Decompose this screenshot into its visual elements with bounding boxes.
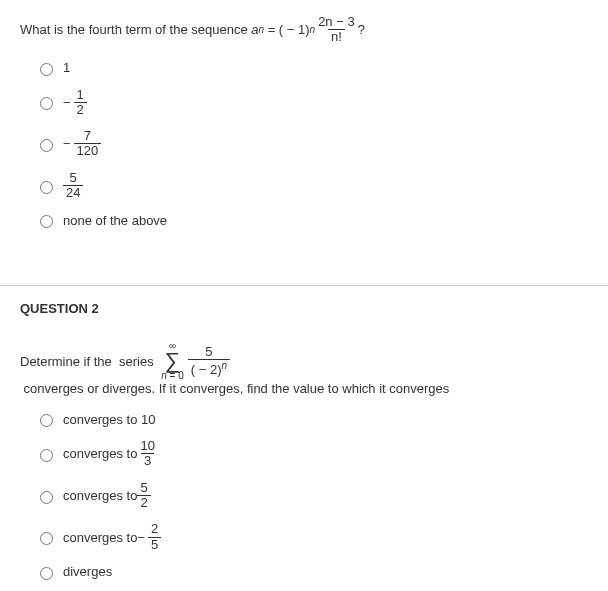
q2-text-post: converges or diverges. If it converges, …	[20, 381, 449, 396]
q2-radio-a[interactable]	[40, 414, 53, 427]
q2-option-a: converges to 10	[35, 411, 588, 427]
q2-fraction: 5 ( − 2)n	[188, 345, 230, 378]
q1-text-pre: What is the fourth term of the sequence	[20, 22, 251, 37]
q1-radio-d[interactable]	[40, 181, 53, 194]
question-1: What is the fourth term of the sequence …	[0, 0, 608, 255]
q2-opt-d-label: converges to − 2 5	[63, 522, 161, 552]
q1-opt-b-label: − 1 2	[63, 88, 87, 118]
q2-radio-d[interactable]	[40, 532, 53, 545]
q2-option-d: converges to − 2 5	[35, 522, 588, 552]
q2-option-e: diverges	[35, 564, 588, 580]
q1-opt-e-label: none of the above	[63, 213, 167, 228]
q1-option-a: 1	[35, 60, 588, 76]
q1-radio-a[interactable]	[40, 63, 53, 76]
q2-text-pre: Determine if the series	[20, 354, 157, 369]
q1-radio-e[interactable]	[40, 215, 53, 228]
q1-opt-a-label: 1	[63, 60, 70, 75]
q2-opt-b-label: converges to 10 3	[63, 439, 158, 469]
q1-option-c: − 7 120	[35, 129, 588, 159]
q2-radio-c[interactable]	[40, 491, 53, 504]
sigma-icon: ∞ ∑ n = 0	[161, 341, 184, 381]
q2-prompt: Determine if the series ∞ ∑ n = 0 5 ( − …	[20, 341, 588, 396]
q2-option-b: converges to 10 3	[35, 439, 588, 469]
q1-radio-b[interactable]	[40, 97, 53, 110]
q2-opt-a-label: converges to 10	[63, 412, 156, 427]
q1-prompt: What is the fourth term of the sequence …	[20, 15, 588, 45]
question-2: Determine if the series ∞ ∑ n = 0 5 ( − …	[0, 326, 608, 591]
question-separator	[0, 285, 608, 286]
q1-radio-c[interactable]	[40, 139, 53, 152]
q2-radio-b[interactable]	[40, 449, 53, 462]
q2-option-c: converges to 5 2	[35, 481, 588, 511]
q2-opt-c-label: converges to 5 2	[63, 481, 151, 511]
q1-option-e: none of the above	[35, 212, 588, 228]
q2-title: QUESTION 2	[20, 301, 588, 316]
q2-radio-e[interactable]	[40, 567, 53, 580]
q1-formula: a n = ( − 1) n 2n − 3 n! ?	[251, 15, 365, 45]
q2-opt-e-label: diverges	[63, 564, 112, 579]
q1-opt-c-label: − 7 120	[63, 129, 101, 159]
q1-fraction: 2n − 3 n!	[315, 15, 358, 45]
q1-opt-d-label: 5 24	[63, 171, 83, 201]
q1-option-d: 5 24	[35, 171, 588, 201]
q1-option-b: − 1 2	[35, 88, 588, 118]
